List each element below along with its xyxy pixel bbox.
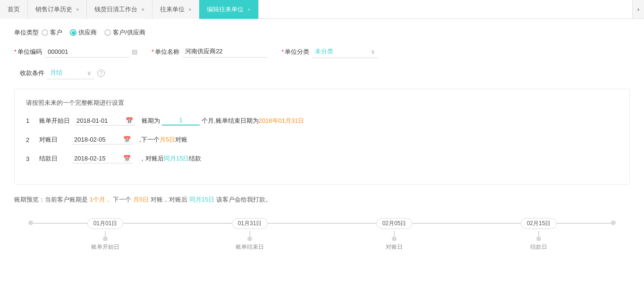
unit-category-value: 未分类 — [315, 47, 368, 56]
radio-circle-customer-supplier — [104, 29, 111, 36]
timeline-label-2: 01月31日 — [232, 218, 268, 229]
tab-bar: 首页 销售订单历史 × 钱货日清工作台 × 往来单位 × 编辑往来单位 × › — [0, 0, 644, 19]
timeline-point-4: 02月15日 结款日 — [521, 218, 557, 251]
setting-row-2: 2 对账日 📅 ,下一个 月5日 对账 — [26, 135, 618, 144]
date-field-1[interactable] — [76, 117, 124, 124]
row-field-label-2: 对账日 — [39, 135, 68, 144]
preview-part1: 1个月， — [90, 196, 111, 203]
timeline-wrapper: 01月01日 账单开始日 01月31日 账单结束日 02月05日 — [14, 214, 630, 255]
period-input[interactable] — [162, 116, 200, 126]
row-field-label-1: 账单开始日 — [39, 117, 70, 125]
unit-code-input[interactable] — [45, 46, 130, 58]
timeline-start — [28, 220, 33, 225]
unit-category-label: 单位分类 — [285, 48, 309, 56]
preview-part2-prefix: 下一个 — [113, 196, 131, 203]
timeline-line-down-4 — [538, 231, 539, 236]
timeline-end-dot — [611, 220, 616, 225]
timeline-line-down-1 — [105, 231, 106, 236]
preview-row: 账期预览：当前客户账期是 1个月， 下一个 月5日 对账，对账后 同月15日 该… — [14, 194, 630, 205]
close-tab-sales-history[interactable]: × — [76, 7, 79, 12]
preview-part3-suffix: 该客户会给我打款。 — [216, 196, 271, 203]
suffix-end-3: 结款 — [189, 154, 201, 163]
date-field-2[interactable] — [74, 136, 121, 143]
close-tab-cash-ledger[interactable]: × — [141, 7, 144, 12]
row-suffix-2: ,下一个 月5日 对账 — [139, 135, 187, 144]
tab-partner-unit[interactable]: 往来单位 × — [153, 0, 199, 19]
suffix-middle-1: 个月,账单结束日期为 — [202, 117, 259, 125]
timeline-line-2 — [123, 223, 231, 224]
suffix-prefix-1: 账期为 — [142, 117, 160, 125]
timeline-caption-2: 账单结束日 — [236, 243, 264, 251]
row-number-2: 2 — [26, 136, 39, 144]
unit-type-radio-group: 客户 供应商 客户/供应商 — [42, 28, 145, 37]
tab-sales-history[interactable]: 销售订单历史 × — [28, 0, 87, 19]
unit-type-label: 单位类型 — [14, 28, 39, 37]
setting-hint: 请按照未来的一个完整帐期进行设置 — [26, 99, 618, 107]
collect-condition-row: 收款条件 月结 ∨ ? — [14, 67, 630, 79]
unit-category-group: * 单位分类 未分类 ∨ — [281, 45, 378, 58]
tab-more-button[interactable]: › — [632, 0, 644, 18]
timeline-line-5 — [557, 223, 611, 224]
timeline-line-3 — [268, 223, 376, 224]
preview-part3-highlight: 同月15日 — [189, 196, 214, 203]
unit-category-arrow-icon: ∨ — [371, 48, 375, 55]
suffix-highlight-3: 同月15日 — [164, 154, 189, 163]
unit-code-label: 单位编码 — [17, 48, 42, 56]
collect-arrow-icon: ∨ — [87, 69, 92, 76]
radio-customer-supplier[interactable]: 客户/供应商 — [104, 28, 145, 37]
timeline-dot-3 — [392, 236, 397, 241]
suffix-prefix-3: ，对账后 — [139, 154, 164, 163]
unit-type-row: 单位类型 客户 供应商 客户/供应商 — [14, 28, 630, 37]
timeline-line-1 — [33, 223, 87, 224]
timeline-line-down-2 — [249, 231, 250, 236]
unit-name-input-wrapper — [182, 46, 267, 58]
radio-customer[interactable]: 客户 — [42, 28, 62, 37]
collect-label: 收款条件 — [20, 69, 44, 77]
suffix-highlight-2: 月5日 — [160, 135, 175, 144]
tab-cash-ledger[interactable]: 钱货日清工作台 × — [87, 0, 152, 19]
preview-part2-highlight: 月5日 — [133, 196, 149, 203]
row-number-1: 1 — [26, 117, 39, 124]
setting-box: 请按照未来的一个完整帐期进行设置 1 账单开始日 📅 账期为 个月,账单结束日期… — [14, 89, 630, 185]
timeline-point-3: 02月05日 对账日 — [376, 218, 413, 251]
timeline-label-4: 02月15日 — [521, 218, 557, 229]
suffix-highlight-1: 2018年01月31日 — [259, 117, 305, 125]
unit-code-icon[interactable]: ▤ — [132, 48, 137, 55]
main-content: 单位类型 客户 供应商 客户/供应商 * 单位编码 ▤ — [0, 19, 644, 287]
unit-name-label: 单位名称 — [155, 48, 179, 56]
tab-edit-partner[interactable]: 编辑往来单位 × — [199, 0, 258, 19]
suffix-end-2: 对账 — [175, 135, 187, 144]
row-number-3: 3 — [26, 155, 39, 162]
timeline-end — [611, 220, 616, 225]
unit-category-select[interactable]: 未分类 ∨ — [312, 45, 378, 58]
close-tab-edit-partner[interactable]: × — [247, 7, 250, 12]
unit-name-group: * 单位名称 — [152, 46, 267, 58]
radio-circle-supplier — [70, 29, 76, 36]
row-suffix-1: 账期为 个月,账单结束日期为 2018年01月31日 — [142, 116, 304, 126]
timeline-caption-4: 结款日 — [530, 243, 547, 251]
setting-row-3: 3 结款日 📅 ，对账后 同月15日 结款 — [26, 154, 618, 163]
timeline-label-3: 02月05日 — [376, 218, 413, 229]
calendar-icon-1[interactable]: 📅 — [126, 117, 133, 124]
unit-code-input-wrapper: ▤ — [45, 46, 137, 58]
timeline-start-dot — [28, 220, 33, 225]
timeline-dot-2 — [247, 236, 252, 241]
calendar-icon-2[interactable]: 📅 — [123, 136, 131, 143]
calendar-icon-3[interactable]: 📅 — [123, 155, 131, 162]
unit-name-input[interactable] — [182, 46, 267, 58]
collect-help-icon[interactable]: ? — [97, 69, 105, 77]
radio-circle-customer — [42, 29, 48, 36]
row-field-label-3: 结款日 — [39, 154, 68, 163]
row-suffix-3: ，对账后 同月15日 结款 — [139, 154, 201, 163]
date-input-1: 📅 — [75, 116, 135, 126]
collect-value: 月结 — [50, 68, 84, 77]
timeline-dot-4 — [536, 236, 541, 241]
setting-row-1: 1 账单开始日 📅 账期为 个月,账单结束日期为 2018年01月31日 — [26, 116, 618, 126]
close-tab-partner-unit[interactable]: × — [188, 7, 191, 12]
timeline-point-1: 01月01日 账单开始日 — [87, 218, 124, 251]
tab-home[interactable]: 首页 — [0, 0, 28, 19]
date-field-3[interactable] — [74, 155, 121, 162]
radio-supplier[interactable]: 供应商 — [70, 28, 97, 37]
timeline-dot-1 — [103, 236, 108, 241]
collect-select[interactable]: 月结 ∨ — [47, 67, 94, 79]
